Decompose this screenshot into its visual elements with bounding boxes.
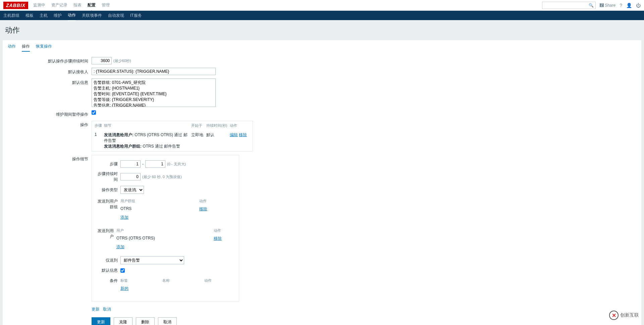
cell-duration: 默认 [206,132,230,138]
page-title: 动作 [5,25,639,35]
power-icon[interactable]: ⏻ [636,3,641,8]
th-user-action: 动作 [214,228,234,233]
input-default-message[interactable]: 告警群组: 0701-AWS_研究院 告警主机: {HOSTNAME1} 告警时… [92,78,216,107]
hint-step-duration: (最少 60 秒, 0 为预设值) [142,174,182,179]
watermark-text: 创新互联 [620,312,639,318]
link-remove-group[interactable]: 移除 [199,207,207,211]
label-conditions: 条件 [97,277,120,284]
th-group-action: 动作 [199,199,219,204]
subnav-correlation[interactable]: 关联项事件 [82,13,102,18]
subnav-hostgroups[interactable]: 主机群组 [3,13,19,18]
th-detail: 细节 [104,123,191,128]
cell-step: 1 [95,132,104,137]
label-send-users: 发送到用户 [97,227,116,239]
label-maintenance-pause: 维护期间暂停操作 [8,110,92,117]
th-step: 步骤 [95,123,104,128]
label-send-groups: 发送到用户群组 [97,197,120,210]
hint-default-step-duration: (最少60秒) [113,58,131,63]
checkbox-default-info[interactable] [120,268,125,273]
top-nav-items: 监测中 资产记录 报表 配置 管理 [33,2,110,8]
link-detail-cancel[interactable]: 取消 [103,307,111,312]
th-cond-name: 名称 [162,278,204,283]
subnav-discovery[interactable]: 自动发现 [108,13,124,18]
operations-table: 步骤 细节 开始于 持续时间(秒) 动作 1 发送消息给用户: OTRS (OT… [92,121,253,152]
inner-action-links: 更新 取消 [92,307,111,312]
th-cond-label: 标签 [120,278,162,283]
row-maintenance-pause: 维护期间暂停操作 [8,110,636,117]
row-operations: 操作 步骤 细节 开始于 持续时间(秒) 动作 1 发送消息给用户: OTRS … [8,121,636,152]
nav-inventory[interactable]: 资产记录 [51,2,67,8]
input-step-to[interactable] [145,160,165,168]
link-remove-user[interactable]: 移除 [214,236,222,241]
operations-table-row: 1 发送消息给用户: OTRS (OTRS OTRS) 通过 邮件告警 发送消息… [92,130,253,151]
detail-step-duration: 步骤持续时间 (最少 60 秒, 0 为预设值) [97,171,234,182]
users-table: 用户 动作 OTRS (OTRS OTRS) 移除 添加 [116,227,234,251]
top-right: 🔍 Z Share ? 👤 ⏻ [542,2,641,9]
cancel-button[interactable]: 取消 [158,317,177,325]
operations-table-header: 步骤 细节 开始于 持续时间(秒) 动作 [92,121,253,130]
operation-detail-box: 步骤 - (0 - 无穷大) 步骤持续时间 (最少 60 秒, 0 为预设值) … [92,155,239,302]
watermark-icon: ✕ [609,311,619,320]
conditions-table: 标签 名称 动作 新的 [120,277,224,293]
link-remove-operation[interactable]: 移除 [239,132,247,137]
label-default-message: 默认信息 [8,78,92,86]
delete-button[interactable]: 删除 [136,317,155,325]
share-label: Share [605,3,615,8]
subnav-hosts[interactable]: 主机 [40,13,48,18]
label-step: 步骤 [97,161,120,167]
th-user: 用户 [116,228,214,233]
search-input[interactable]: 🔍 [542,2,596,9]
cell-group-name: OTRS [120,206,199,212]
nav-reports[interactable]: 报表 [73,2,82,8]
tab-action[interactable]: 动作 [8,44,16,52]
th-start: 开始于 [191,123,206,128]
label-default-step-duration: 默认操作步骤持续时间 [8,57,92,64]
row-operation-detail: 操作细节 步骤 - (0 - 无穷大) 步骤持续时间 (最少 60 秒, 0 为… [8,155,636,312]
nav-administration[interactable]: 管理 [102,2,110,8]
sub-nav: 主机群组 模板 主机 维护 动作 关联项事件 自动发现 IT服务 [0,11,644,20]
label-send-only: 仅送到 [97,258,120,263]
th-cond-action: 动作 [204,278,224,283]
nav-monitoring[interactable]: 监测中 [33,2,45,8]
subnav-itservices[interactable]: IT服务 [130,13,142,18]
page-header: 动作 [0,20,644,40]
help-icon[interactable]: ? [620,3,622,8]
top-nav: ZABBIX 监测中 资产记录 报表 配置 管理 🔍 Z Share ? 👤 ⏻ [0,0,644,11]
content: 动作 操作 恢复操作 默认操作步骤持续时间 (最少60秒) 默认接收人 默认信息… [0,40,644,325]
link-add-group[interactable]: 添加 [120,215,128,220]
cell-start: 立即地 [191,132,206,138]
checkbox-maintenance-pause[interactable] [92,110,96,115]
tab-recovery[interactable]: 恢复操作 [36,44,52,52]
tab-operations[interactable]: 操作 [22,44,30,52]
cell-actions: 编辑 移除 [230,132,250,138]
search-icon: 🔍 [589,3,594,8]
clone-button[interactable]: 克隆 [114,317,132,325]
nav-configuration[interactable]: 配置 [88,2,96,8]
link-add-user[interactable]: 添加 [116,244,124,250]
form-buttons: 更新 克隆 删除 取消 [92,317,636,325]
subnav-actions[interactable]: 动作 [68,12,76,21]
detail-default-info: 默认信息 [97,268,234,273]
detail-step: 步骤 - (0 - 无穷大) [97,160,234,168]
input-default-recipient[interactable] [92,68,216,75]
input-default-step-duration[interactable] [92,57,112,64]
user-icon[interactable]: 👤 [626,3,632,8]
subnav-templates[interactable]: 模板 [25,13,34,18]
share-button[interactable]: Z Share [600,3,615,8]
th-duration: 持续时间(秒) [206,123,230,128]
select-send-only[interactable]: 邮件告警 [120,256,184,264]
input-step-duration[interactable] [120,173,141,180]
subnav-maintenance[interactable]: 维护 [54,13,62,18]
select-op-type[interactable]: 发送消息 [120,186,144,194]
link-detail-update[interactable]: 更新 [92,307,100,312]
link-new-condition[interactable]: 新的 [120,286,128,291]
update-button[interactable]: 更新 [92,317,110,325]
watermark: ✕ 创新互联 [609,311,639,320]
input-step-from[interactable] [120,160,141,168]
detail-send-groups: 发送到用户群组 用户群组 动作 OTRS 移除 添加 [97,197,234,222]
row-default-message: 默认信息 告警群组: 0701-AWS_研究院 告警主机: {HOSTNAME1… [8,78,636,107]
panel: 动作 操作 恢复操作 默认操作步骤持续时间 (最少60秒) 默认接收人 默认信息… [3,40,641,325]
detail-line2-bold: 发送消息给用户群组: [104,144,142,149]
detail-line1-bold: 发送消息给用户: [104,132,133,137]
link-edit-operation[interactable]: 编辑 [230,132,238,137]
